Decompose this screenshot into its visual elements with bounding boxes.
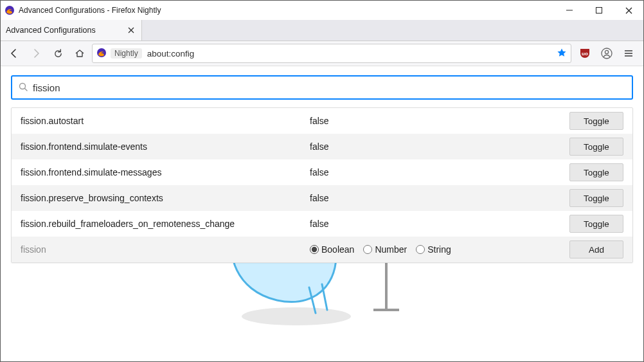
navigation-toolbar: Nightly about:config uo bbox=[1, 41, 643, 66]
tab-strip: Advanced Configurations bbox=[1, 20, 643, 41]
account-icon[interactable] bbox=[598, 45, 615, 62]
pref-toggle-button[interactable]: Toggle bbox=[569, 215, 623, 233]
svg-point-10 bbox=[605, 50, 608, 53]
pref-new-name: fission bbox=[21, 244, 310, 255]
pref-row: fission.preserve_browsing_contextsfalseT… bbox=[12, 185, 632, 211]
bookmark-star-icon[interactable] bbox=[557, 48, 567, 60]
pref-add-button[interactable]: Add bbox=[569, 240, 623, 258]
pref-toggle-button[interactable]: Toggle bbox=[569, 163, 623, 181]
svg-rect-2 bbox=[596, 8, 602, 14]
pref-value: false bbox=[310, 141, 566, 152]
url-text: about:config bbox=[147, 49, 553, 59]
pref-toggle-button[interactable]: Toggle bbox=[569, 189, 623, 207]
svg-text:uo: uo bbox=[582, 51, 588, 57]
pref-value: false bbox=[310, 167, 566, 177]
pref-search-box[interactable] bbox=[11, 75, 633, 100]
pref-type-radio[interactable] bbox=[416, 245, 425, 254]
pref-type-radios: BooleanNumberString bbox=[310, 244, 566, 255]
pref-name: fission.autostart bbox=[21, 116, 310, 126]
ublock-icon[interactable]: uo bbox=[577, 45, 593, 62]
pref-type-option[interactable]: Boolean bbox=[310, 244, 354, 255]
reload-button[interactable] bbox=[48, 44, 67, 63]
window-maximize-button[interactable] bbox=[584, 1, 614, 20]
pref-toggle-button[interactable]: Toggle bbox=[569, 138, 623, 156]
pref-name: fission.frontend.simulate-events bbox=[21, 141, 310, 152]
page-content: fission.autostartfalseTogglefission.fron… bbox=[1, 66, 643, 361]
pref-toggle-button[interactable]: Toggle bbox=[569, 112, 623, 130]
pref-type-option[interactable]: Number bbox=[363, 244, 407, 255]
url-bar[interactable]: Nightly about:config bbox=[92, 44, 571, 63]
pref-row: fission.rebuild_frameloaders_on_remotene… bbox=[12, 211, 632, 237]
pref-value: false bbox=[310, 116, 566, 126]
svg-point-14 bbox=[242, 307, 351, 325]
pref-row: fission.frontend.simulate-messagesfalseT… bbox=[12, 159, 632, 185]
pref-type-option[interactable]: String bbox=[416, 244, 451, 255]
pref-value: false bbox=[310, 219, 566, 229]
window-title: Advanced Configurations - Firefox Nightl… bbox=[19, 6, 161, 15]
pref-row: fission.autostartfalseToggle bbox=[12, 108, 632, 134]
svg-line-21 bbox=[25, 88, 28, 91]
identity-label: Nightly bbox=[111, 48, 142, 59]
window-minimize-button[interactable] bbox=[555, 1, 584, 20]
pref-row: fission.frontend.simulate-eventsfalseTog… bbox=[12, 134, 632, 159]
pref-search-input[interactable] bbox=[33, 82, 625, 93]
window-titlebar: Advanced Configurations - Firefox Nightl… bbox=[1, 1, 643, 20]
window-close-button[interactable] bbox=[614, 1, 643, 20]
pref-name: fission.frontend.simulate-messages bbox=[21, 167, 310, 177]
pref-results-table: fission.autostartfalseTogglefission.fron… bbox=[11, 107, 633, 263]
pref-name: fission.preserve_browsing_contexts bbox=[21, 193, 310, 203]
search-icon bbox=[19, 82, 28, 93]
app-menu-button[interactable] bbox=[620, 45, 637, 62]
home-button[interactable] bbox=[70, 44, 89, 63]
pref-new-row: fissionBooleanNumberStringAdd bbox=[12, 237, 632, 262]
tab-close-button[interactable] bbox=[126, 25, 136, 35]
firefox-nightly-icon bbox=[4, 5, 15, 15]
tab-label: Advanced Configurations bbox=[6, 26, 126, 35]
back-button[interactable] bbox=[4, 44, 24, 63]
pref-name: fission.rebuild_frameloaders_on_remotene… bbox=[21, 219, 310, 229]
pref-type-radio[interactable] bbox=[363, 245, 372, 254]
pref-type-radio[interactable] bbox=[310, 245, 319, 254]
firefox-nightly-icon bbox=[96, 48, 107, 60]
pref-value: false bbox=[310, 193, 566, 203]
forward-button[interactable] bbox=[26, 44, 46, 63]
browser-tab[interactable]: Advanced Configurations bbox=[1, 20, 142, 41]
